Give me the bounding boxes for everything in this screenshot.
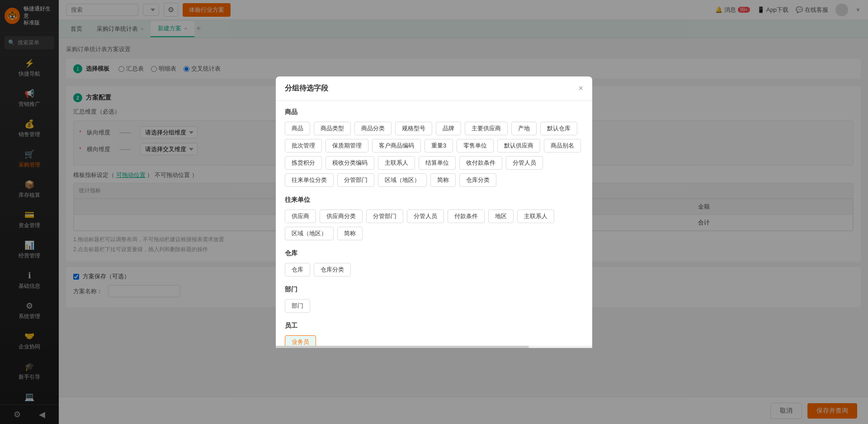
field-tag[interactable]: 拣货积分 xyxy=(285,156,322,170)
field-group-title-商品: 商品 xyxy=(285,108,583,116)
field-tag[interactable]: 商品分类 xyxy=(354,122,392,135)
field-tag[interactable]: 分管人员 xyxy=(407,210,444,223)
field-tag[interactable]: 商品别名 xyxy=(544,139,581,152)
field-group-往来单位: 往来单位供应商供应商分类分管部门分管人员付款条件地区主联系人区域（地区）简称 xyxy=(285,196,583,240)
field-group-仓库: 仓库仓库仓库分类 xyxy=(285,249,583,276)
field-tag[interactable]: 收付款条件 xyxy=(459,156,502,170)
field-tag[interactable]: 客户商品编码 xyxy=(372,139,421,152)
field-tags-部门: 部门 xyxy=(285,299,583,313)
modal-scroll-thumb[interactable] xyxy=(276,346,529,348)
field-tag[interactable]: 分管人员 xyxy=(506,156,543,170)
field-tags-仓库: 仓库仓库分类 xyxy=(285,263,583,276)
field-tag[interactable]: 批次管理 xyxy=(285,139,322,152)
field-tag[interactable]: 分管部门 xyxy=(337,173,374,187)
field-group-title-往来单位: 往来单位 xyxy=(285,196,583,204)
field-tag[interactable]: 仓库分类 xyxy=(314,263,351,276)
field-tag[interactable]: 规格型号 xyxy=(395,122,432,135)
field-tag[interactable]: 简称 xyxy=(430,173,456,187)
field-tag[interactable]: 简称 xyxy=(337,227,363,240)
field-tag[interactable]: 重量3 xyxy=(425,139,453,152)
modal-scroll-bar xyxy=(276,346,592,348)
field-tag[interactable]: 仓库分类 xyxy=(459,173,496,187)
field-tag[interactable]: 仓库 xyxy=(285,263,310,276)
field-group-员工: 员工业务员 xyxy=(285,322,583,346)
field-tag[interactable]: 主联系人 xyxy=(378,156,415,170)
field-tag[interactable]: 商品 xyxy=(285,122,310,135)
modal-title: 分组待选字段 xyxy=(285,84,328,93)
field-tag[interactable]: 默认仓库 xyxy=(540,122,577,135)
field-tag[interactable]: 主联系人 xyxy=(517,210,554,223)
field-tag[interactable]: 主要供应商 xyxy=(465,122,508,135)
field-tag[interactable]: 供应商 xyxy=(285,210,316,223)
field-tag[interactable]: 结算单位 xyxy=(419,156,456,170)
field-tag[interactable]: 零售单位 xyxy=(457,139,494,152)
field-tag[interactable]: 产地 xyxy=(511,122,537,135)
field-tag[interactable]: 区域（地区） xyxy=(285,227,334,240)
modal-dialog: 分组待选字段 × 商品商品商品类型商品分类规格型号品牌主要供应商产地默认仓库批次… xyxy=(276,76,592,348)
field-tag[interactable]: 往来单位分类 xyxy=(285,173,334,187)
field-tags-往来单位: 供应商供应商分类分管部门分管人员付款条件地区主联系人区域（地区）简称 xyxy=(285,210,583,240)
field-tag[interactable]: 付款条件 xyxy=(448,210,485,223)
modal-overlay[interactable]: 分组待选字段 × 商品商品商品类型商品分类规格型号品牌主要供应商产地默认仓库批次… xyxy=(0,0,868,424)
field-tag[interactable]: 部门 xyxy=(285,299,310,313)
field-tag[interactable]: 商品类型 xyxy=(314,122,351,135)
field-group-title-部门: 部门 xyxy=(285,286,583,294)
field-group-title-员工: 员工 xyxy=(285,322,583,330)
field-tag[interactable]: 地区 xyxy=(488,210,514,223)
field-group-部门: 部门部门 xyxy=(285,286,583,313)
field-tag[interactable]: 业务员 xyxy=(285,335,316,346)
modal-body: 商品商品商品类型商品分类规格型号品牌主要供应商产地默认仓库批次管理保质期管理客户… xyxy=(276,101,592,346)
field-group-商品: 商品商品商品类型商品分类规格型号品牌主要供应商产地默认仓库批次管理保质期管理客户… xyxy=(285,108,583,187)
field-tag[interactable]: 分管部门 xyxy=(366,210,403,223)
field-group-title-仓库: 仓库 xyxy=(285,249,583,257)
field-tags-员工: 业务员 xyxy=(285,335,583,346)
field-tags-商品: 商品商品类型商品分类规格型号品牌主要供应商产地默认仓库批次管理保质期管理客户商品… xyxy=(285,122,583,187)
field-tag[interactable]: 供应商分类 xyxy=(320,210,363,223)
field-tag[interactable]: 区域（地区） xyxy=(378,173,427,187)
modal-close-button[interactable]: × xyxy=(578,84,583,93)
field-tag[interactable]: 品牌 xyxy=(436,122,461,135)
modal-header: 分组待选字段 × xyxy=(276,76,592,101)
field-tag[interactable]: 默认供应商 xyxy=(497,139,540,152)
field-tag[interactable]: 保质期管理 xyxy=(326,139,368,152)
field-tag[interactable]: 税收分类编码 xyxy=(326,156,374,170)
